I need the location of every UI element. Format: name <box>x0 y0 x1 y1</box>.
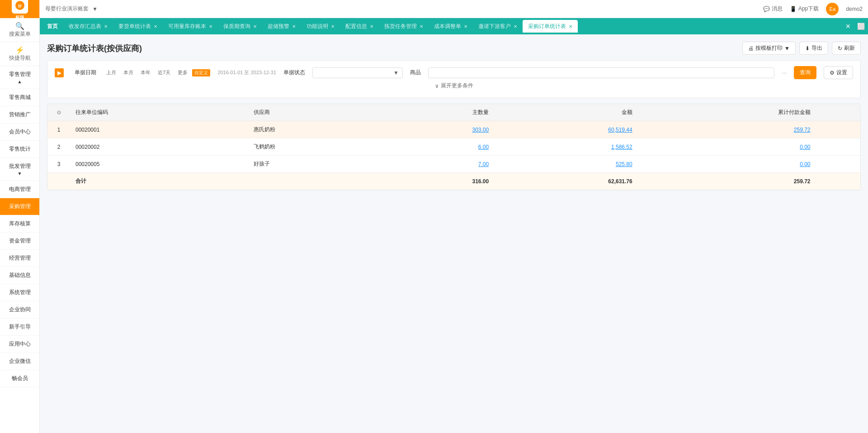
paid-link-1[interactable]: 259.72 <box>794 127 811 133</box>
paid-link-2[interactable]: 0.00 <box>800 144 810 150</box>
tab-gnms-close[interactable]: ✕ <box>331 24 335 29</box>
tab-yqxygk[interactable]: 邀请下游客户 ✕ <box>473 20 523 33</box>
sidebar-item-newguide[interactable]: 新手引导 <box>0 319 39 336</box>
message-btn[interactable]: 💬 消息 <box>763 5 783 13</box>
cell-extra-2 <box>816 138 860 156</box>
tab-cbtz-close[interactable]: ✕ <box>464 24 467 29</box>
sidebar-item-marketing-label: 营销推广 <box>9 111 31 119</box>
sidebar-item-system[interactable]: 系统管理 <box>0 284 39 301</box>
tab-phrkgl[interactable]: 拣货任务管理 ✕ <box>379 20 429 33</box>
shortcut-7days[interactable]: 近7天 <box>155 68 173 77</box>
collapse-btn[interactable]: ▶ <box>55 68 64 77</box>
product-input[interactable] <box>428 67 774 78</box>
expand-more-btn[interactable]: ∨ 展开更多条件 <box>55 79 853 92</box>
avatar[interactable]: Ea <box>826 3 839 15</box>
cell-qty-2: 6.00 <box>382 138 494 156</box>
product-more-icon[interactable]: ··· <box>782 69 787 76</box>
qty-link-2[interactable]: 6.00 <box>478 144 489 150</box>
tab-pzsxx-close[interactable]: ✕ <box>370 24 373 29</box>
workspace-info: 母婴行业演示账套 ▼ <box>45 5 98 13</box>
sidebar-item-purchase[interactable]: 采购管理 <box>0 198 39 215</box>
tab-bxqcx[interactable]: 保质期查询 ✕ <box>218 20 262 33</box>
tab-bxqcx-close[interactable]: ✕ <box>253 24 257 29</box>
tab-pzsxx[interactable]: 配置信息 ✕ <box>340 20 379 33</box>
tab-phrkgl-close[interactable]: ✕ <box>420 24 423 29</box>
sidebar-search[interactable]: 🔍 搜索菜单 <box>0 18 39 42</box>
app-download-label: App下载 <box>798 5 819 13</box>
status-select[interactable]: ▼ <box>312 67 403 78</box>
expand-more-icon: ∨ <box>435 83 439 89</box>
refresh-btn[interactable]: ↻ 刷新 <box>832 42 861 55</box>
tab-sfd[interactable]: 收发存汇总表 ✕ <box>63 20 113 33</box>
shortcut-more[interactable]: 更多 <box>175 68 190 77</box>
sidebar-item-operations[interactable]: 经营管理 <box>0 250 39 267</box>
table-row[interactable]: 1 00020001 惠氏奶粉 303.00 60,519.44 259.72 <box>47 121 860 138</box>
paid-link-3[interactable]: 0.00 <box>800 161 810 167</box>
cell-amount-1: 60,519.44 <box>494 121 637 138</box>
sidebar-item-wholesale[interactable]: 批发管理 ▼ <box>0 158 39 181</box>
query-btn[interactable]: 查询 <box>794 66 816 79</box>
tab-ccyj[interactable]: 超储预警 ✕ <box>262 20 301 33</box>
shortcut-last-month[interactable]: 上月 <box>104 68 119 77</box>
sidebar-item-retail[interactable]: 零售管理 ▲ <box>0 66 39 89</box>
sidebar-item-marketing[interactable]: 营销推广 <box>0 106 39 124</box>
sidebar-item-member[interactable]: 会员中心 <box>0 124 39 141</box>
tab-bar-actions: ✕ ⬜ <box>843 21 866 32</box>
tab-kylkzb-close[interactable]: ✕ <box>209 24 212 29</box>
tab-sfd-label: 收发存汇总表 <box>69 23 101 30</box>
tab-pzsxx-label: 配置信息 <box>345 23 367 30</box>
print-btn[interactable]: 🖨 按模板打印 ▼ <box>742 42 796 55</box>
tab-restore-btn[interactable]: ⬜ <box>855 21 866 32</box>
status-select-arrow: ▼ <box>393 70 399 76</box>
sidebar-item-member2[interactable]: 畅会员 <box>0 370 39 387</box>
sidebar-item-retail-stat[interactable]: 零售统计 <box>0 141 39 158</box>
table-row[interactable]: 3 00020005 好孩子 7.00 525.80 0.00 <box>47 156 860 173</box>
cell-supplier-1: 惠氏奶粉 <box>248 121 382 138</box>
sidebar-item-inventory[interactable]: 库存核算 <box>0 215 39 233</box>
col-settings: ⚙ <box>47 104 70 121</box>
sidebar-item-basic[interactable]: 基础信息 <box>0 267 39 284</box>
sidebar-item-appcenter[interactable]: 应用中心 <box>0 336 39 353</box>
tab-ccyj-close[interactable]: ✕ <box>292 24 296 29</box>
qty-link-1[interactable]: 303.00 <box>472 127 489 133</box>
tab-gnms[interactable]: 功能说明 ✕ <box>301 20 340 33</box>
filter-section: ▶ 单据日期 上月 本月 本年 近7天 更多 自定义 2016-01-01 至 … <box>47 60 861 98</box>
tab-kylkzb[interactable]: 可用量库存账本 ✕ <box>163 20 218 33</box>
app-logo: 好 标版 <box>0 0 39 18</box>
tab-yphtj[interactable]: 要货单统计表 ✕ <box>113 20 163 33</box>
sidebar-item-ecommerce[interactable]: 电商管理 <box>0 181 39 198</box>
sidebar-quicknav[interactable]: ⚡ 快捷导航 <box>0 42 39 66</box>
tab-cgddtj[interactable]: 采购订单统计表 ✕ <box>523 20 578 33</box>
tab-cgddtj-close[interactable]: ✕ <box>569 24 572 29</box>
tab-close-all-btn[interactable]: ✕ <box>843 21 854 32</box>
table-settings-icon[interactable]: ⚙ <box>57 109 61 116</box>
amount-link-1[interactable]: 60,519.44 <box>608 127 632 133</box>
export-btn[interactable]: ⬇ 导出 <box>799 42 828 55</box>
shortcut-this-month[interactable]: 本月 <box>121 68 136 77</box>
sidebar-quicknav-label: 快捷导航 <box>3 54 37 62</box>
page-actions: 🖨 按模板打印 ▼ ⬇ 导出 ↻ 刷新 <box>742 42 861 55</box>
chevron-down-icon: ▲ <box>18 79 22 84</box>
shortcut-this-year[interactable]: 本年 <box>138 68 153 77</box>
app-download-btn[interactable]: 📱 App下载 <box>790 5 819 13</box>
cell-qty-3: 7.00 <box>382 156 494 173</box>
tab-sfd-close[interactable]: ✕ <box>104 24 108 29</box>
tab-cbtz[interactable]: 成本调整单 ✕ <box>429 20 473 33</box>
tab-yqxygk-close[interactable]: ✕ <box>514 24 517 29</box>
workspace-dropdown-icon[interactable]: ▼ <box>92 6 98 12</box>
top-bar: 母婴行业演示账套 ▼ 💬 消息 📱 App下载 Ea demo2 <box>40 0 868 18</box>
qty-link-3[interactable]: 7.00 <box>478 161 489 167</box>
amount-link-3[interactable]: 525.80 <box>616 161 632 167</box>
table-row[interactable]: 2 00020002 飞鹤奶粉 6.00 1,586.52 0.00 <box>47 138 860 156</box>
sidebar-item-inventory-label: 库存核算 <box>9 220 31 228</box>
tab-home[interactable]: 首页 <box>42 20 63 33</box>
sidebar-item-retail-shop[interactable]: 零售商城 <box>0 89 39 106</box>
amount-link-2[interactable]: 1,586.52 <box>611 144 632 150</box>
sidebar-item-collab[interactable]: 企业协同 <box>0 301 39 319</box>
tab-bar: 首页 收发存汇总表 ✕ 要货单统计表 ✕ 可用量库存账本 ✕ 保质期查询 ✕ 超… <box>40 18 868 34</box>
sidebar-item-finance[interactable]: 资金管理 <box>0 233 39 250</box>
tab-yphtj-close[interactable]: ✕ <box>154 24 157 29</box>
message-icon: 💬 <box>763 6 770 12</box>
settings-btn[interactable]: ⚙ 设置 <box>824 66 853 79</box>
sidebar-item-corpwechat[interactable]: 企业微信 <box>0 353 39 370</box>
